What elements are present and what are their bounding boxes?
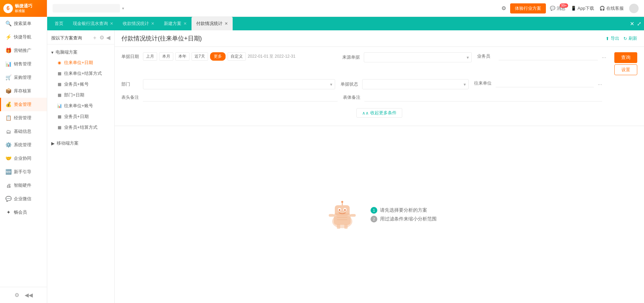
custom-date-btn[interactable]: 自定义 — [228, 52, 246, 61]
sidebar-item-basic[interactable]: 🗂 基础信息 — [0, 125, 47, 138]
scheme-item-salesman-account[interactable]: ▦ 业务员+账号 — [47, 79, 114, 90]
sidebar-item-marketing[interactable]: 🎁 营销推广 — [0, 44, 47, 57]
filter-area: 单据日期 上月 本月 本年 近7天 更多 自定义 2022-01-01 至 20… — [115, 47, 644, 126]
salesman-label: 业务员 — [477, 53, 496, 59]
settings-btn[interactable]: 设置 — [614, 64, 637, 75]
scheme-item-counterpart-settle[interactable]: ▦ 往来单位+结算方式 — [47, 68, 114, 79]
add-scheme-icon[interactable]: ＋ — [92, 34, 97, 41]
message-badge: 99+ — [560, 3, 568, 8]
app-download-btn[interactable]: 📱 App下载 — [571, 5, 594, 11]
tab-home[interactable]: 首页 — [50, 17, 68, 30]
refresh-label: 刷新 — [628, 35, 637, 41]
last-month-btn[interactable]: 上月 — [143, 52, 157, 61]
desktop-section-title[interactable]: ▾ 电脑端方案 — [47, 47, 114, 57]
config-scheme-icon[interactable]: ⚙ — [99, 34, 104, 41]
tab-payment-stats[interactable]: 付款情况统计 ✕ — [192, 17, 233, 30]
cashflow-tab-close[interactable]: ✕ — [110, 21, 113, 26]
collapse-bar: ∧∧ 收起更多条件 — [121, 105, 637, 120]
brand-name: 畅捷通巧 — [15, 3, 32, 9]
counterpart-input[interactable] — [496, 79, 594, 87]
left-panel-header: 按以下方案查询 ＋ ⚙ ◀ — [47, 34, 114, 44]
body-note-input[interactable] — [364, 93, 602, 101]
voucher-status-select[interactable] — [362, 79, 469, 89]
guide-icon: 🆕 — [5, 169, 12, 175]
sidebar-item-quicknav[interactable]: ⚡ 快捷导航 — [0, 30, 47, 44]
current-month-btn[interactable]: 本月 — [159, 52, 173, 61]
svg-rect-10 — [350, 214, 356, 217]
marketing-label: 营销推广 — [14, 48, 31, 54]
member-icon: ✦ — [5, 209, 12, 216]
sales-icon: 📊 — [5, 61, 12, 67]
sidebar-item-guide[interactable]: 🆕 新手引导 — [0, 165, 47, 179]
online-service-btn[interactable]: 🎧 在线客服 — [599, 5, 624, 11]
app-label: App下载 — [578, 5, 594, 11]
step2-circle: 2 — [371, 216, 377, 222]
sidebar-item-management[interactable]: 📋 经营管理 — [0, 111, 47, 125]
scheme-item-salesman-settle[interactable]: ▦ 业务员+结算方式 — [47, 122, 114, 133]
empty-text-block: 1 请先选择要分析的方案 2 用过滤条件来缩小分析范围 — [371, 207, 437, 222]
export-btn[interactable]: ⬆ 导出 — [606, 35, 619, 41]
collapse-filter-btn[interactable]: ∧∧ 收起更多条件 — [356, 108, 402, 118]
right-content: 付款情况统计(往来单位+日期) ⬆ 导出 ↻ 刷新 单 — [115, 30, 644, 303]
empty-illustration — [322, 198, 362, 232]
sidebar-item-search[interactable]: 🔍 搜索菜单 — [0, 17, 47, 30]
collapse-panel-icon[interactable]: ◀ — [106, 34, 110, 41]
current-year-btn[interactable]: 本年 — [175, 52, 189, 61]
trial-btn[interactable]: 体验行业方案 — [510, 3, 546, 13]
scheme-query-text: 按以下方案查询 — [51, 35, 82, 41]
sidebar-item-purchase[interactable]: 🛒 采购管理 — [0, 71, 47, 84]
collapse-sidebar-btn[interactable]: ◀◀ — [23, 291, 34, 300]
source-select[interactable] — [364, 52, 471, 62]
filter-row-2: 部门 ▾ 单据状态 ▾ 往来单位 — [121, 79, 637, 89]
user-avatar[interactable] — [629, 4, 639, 13]
member-label: 畅会员 — [14, 209, 27, 215]
quicknav-icon: ⚡ — [5, 34, 12, 40]
mobile-section-title[interactable]: ▶ 移动端方案 — [47, 138, 114, 148]
new-scheme-tab-close[interactable]: ✕ — [183, 21, 187, 26]
salesman-dots[interactable]: ... — [602, 53, 606, 59]
refresh-btn[interactable]: ↻ 刷新 — [623, 35, 637, 41]
sidebar-item-smart[interactable]: 🖨 智能硬件 — [0, 179, 47, 192]
scheme-label-dept-date: 部门+日期 — [64, 92, 84, 98]
scheme-item-counterpart-date[interactable]: ◉ 往来单位+日期 — [47, 57, 114, 68]
scheme-item-counterpart-account[interactable]: 📊 往来单位+账号 — [47, 100, 114, 111]
sidebar-item-enterprise[interactable]: 🤝 企业协同 — [0, 152, 47, 165]
sidebar-item-system[interactable]: ⚙️ 系统管理 — [0, 138, 47, 152]
collection-tab-label: 收款情况统计 — [123, 21, 149, 27]
settings-footer-btn[interactable]: ⚙ — [13, 291, 21, 300]
search-icon: 🔍 — [5, 20, 12, 27]
sidebar-item-capital[interactable]: 💰 资金管理 — [0, 98, 47, 111]
tabbar-actions: ✕ ⤢ — [630, 21, 641, 27]
header-note-input[interactable] — [143, 93, 338, 101]
collapse-filter-label: 收起更多条件 — [370, 110, 397, 116]
mobile-scheme-section: ▶ 移动端方案 — [47, 135, 114, 151]
counterpart-dots[interactable]: ... — [598, 80, 602, 86]
payment-stats-tab-close[interactable]: ✕ — [225, 21, 228, 26]
empty-content: 1 请先选择要分析的方案 2 用过滤条件来缩小分析范围 — [322, 198, 437, 232]
settings-gear-icon[interactable]: ⚙ — [501, 5, 506, 11]
edition-label: 标准版 — [15, 9, 32, 13]
tab-collection[interactable]: 收款情况统计 ✕ — [118, 17, 159, 30]
close-all-tabs-icon[interactable]: ✕ — [630, 21, 634, 27]
tab-new-scheme[interactable]: 新建方案 ✕ — [159, 17, 192, 30]
scheme-item-dept-date[interactable]: ▦ 部门+日期 — [47, 90, 114, 100]
basic-label: 基础信息 — [14, 128, 31, 134]
sidebar-item-sales[interactable]: 📊 销售管理 — [0, 57, 47, 71]
tab-cashflow[interactable]: 现金银行流水查询 ✕ — [68, 17, 118, 30]
voucher-status-filter-group: 单据状态 ▾ — [341, 79, 469, 89]
date-quick-btns: 上月 本月 本年 近7天 更多 自定义 2022-01-01 至 2022-12… — [143, 52, 295, 61]
query-btn[interactable]: 查询 — [614, 52, 637, 63]
dept-select[interactable] — [143, 79, 335, 89]
sidebar-item-inventory[interactable]: 📦 库存核算 — [0, 84, 47, 98]
maximize-icon[interactable]: ⤢ — [637, 21, 641, 27]
last-7days-btn[interactable]: 近7天 — [192, 52, 208, 61]
step1-text: 请先选择要分析的方案 — [380, 207, 427, 213]
message-btn[interactable]: 💬 消息 99+ — [550, 5, 565, 11]
more-dates-btn[interactable]: 更多 — [210, 52, 226, 61]
salesman-input[interactable] — [499, 52, 598, 60]
sidebar-item-wechat[interactable]: 💬 企业微信 — [0, 192, 47, 206]
collection-tab-close[interactable]: ✕ — [151, 21, 154, 26]
sidebar-item-member[interactable]: ✦ 畅会员 — [0, 206, 47, 219]
scheme-item-salesman-date[interactable]: ▦ 业务员+日期 — [47, 111, 114, 122]
scheme-label-salesman-account: 业务员+账号 — [64, 81, 89, 87]
